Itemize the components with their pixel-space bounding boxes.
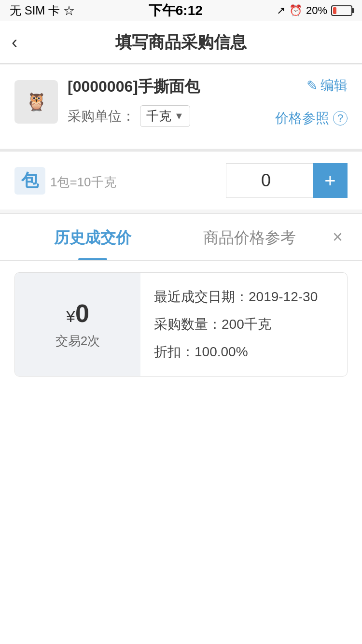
unit-row: 采购单位： 千克 ▼	[68, 105, 200, 127]
back-button[interactable]: ‹	[12, 32, 17, 53]
product-left: 🦉 [0000006]手撕面包 采购单位： 千克 ▼	[14, 76, 200, 127]
tabs-row: 历史成交价 商品价格参考 ×	[0, 214, 362, 261]
product-name: [0000006]手撕面包	[68, 76, 200, 98]
help-icon: ?	[333, 111, 348, 126]
quantity-input[interactable]	[226, 163, 313, 198]
unit-value: 千克	[146, 108, 171, 125]
status-left: 无 SIM 卡 ☆	[10, 3, 75, 18]
quantity-plus-button[interactable]: +	[313, 163, 348, 198]
currency-symbol: ¥	[66, 307, 75, 325]
status-right: ↗ ⏰ 20%	[277, 4, 352, 17]
history-card: ¥0 交易2次 最近成交日期：2019-12-30 采购数量：200千克 折扣：…	[14, 272, 348, 377]
quantity-conversion: 1包=10千克	[50, 174, 116, 191]
page-title: 填写商品采购信息	[115, 31, 247, 54]
tab-history-price[interactable]: 历史成交价	[14, 214, 171, 260]
battery-icon	[331, 5, 352, 16]
quantity-row: 包 1包=10千克 +	[0, 152, 362, 210]
product-card: 🦉 [0000006]手撕面包 采购单位： 千克 ▼ ✎ 编辑 价格参照	[0, 65, 362, 149]
location-icon: ↗	[277, 4, 285, 17]
status-bar: 无 SIM 卡 ☆ 下午6:12 ↗ ⏰ 20%	[0, 0, 362, 21]
price-panel: 历史成交价 商品价格参考 × ¥0 交易2次 最近成交日期：2019-12-30…	[0, 213, 362, 388]
recent-date: 最近成交日期：2019-12-30	[154, 287, 334, 306]
price-reference-button[interactable]: 价格参照 ?	[275, 109, 348, 127]
product-right: ✎ 编辑 价格参照 ?	[275, 76, 348, 127]
alarm-icon: ⏰	[289, 4, 302, 17]
sim-status: 无 SIM 卡 ☆	[10, 3, 75, 18]
nav-bar: ‹ 填写商品采购信息	[0, 21, 362, 64]
tab-price-reference[interactable]: 商品价格参考	[171, 214, 327, 260]
edit-button[interactable]: ✎ 编辑	[306, 76, 348, 95]
battery-percent: 20%	[306, 4, 327, 17]
product-image: 🦉	[14, 80, 58, 124]
close-panel-button[interactable]: ×	[328, 222, 348, 252]
status-time: 下午6:12	[149, 1, 203, 20]
dropdown-arrow-icon: ▼	[174, 111, 184, 122]
product-thumbnail-icon: 🦉	[26, 92, 47, 112]
history-price-value: ¥0	[66, 299, 89, 328]
quantity-unit: 包	[14, 167, 45, 195]
history-list: ¥0 交易2次 最近成交日期：2019-12-30 采购数量：200千克 折扣：…	[0, 261, 362, 388]
price-number: 0	[75, 299, 89, 327]
product-info: [0000006]手撕面包 采购单位： 千克 ▼	[68, 76, 200, 127]
transaction-count: 交易2次	[56, 333, 100, 350]
main-body	[0, 388, 362, 644]
unit-selector[interactable]: 千克 ▼	[140, 105, 190, 127]
purchase-quantity: 采购数量：200千克	[154, 315, 334, 334]
purchase-unit-label: 采购单位：	[68, 107, 135, 126]
history-price-section: ¥0 交易2次	[15, 273, 140, 376]
edit-icon: ✎	[306, 78, 318, 94]
price-ref-label: 价格参照	[275, 109, 329, 127]
quantity-label: 包 1包=10千克	[14, 167, 116, 195]
discount: 折扣：100.00%	[154, 342, 334, 361]
history-details-section: 最近成交日期：2019-12-30 采购数量：200千克 折扣：100.00%	[140, 273, 347, 376]
edit-label: 编辑	[320, 76, 348, 95]
quantity-control: +	[226, 163, 348, 198]
